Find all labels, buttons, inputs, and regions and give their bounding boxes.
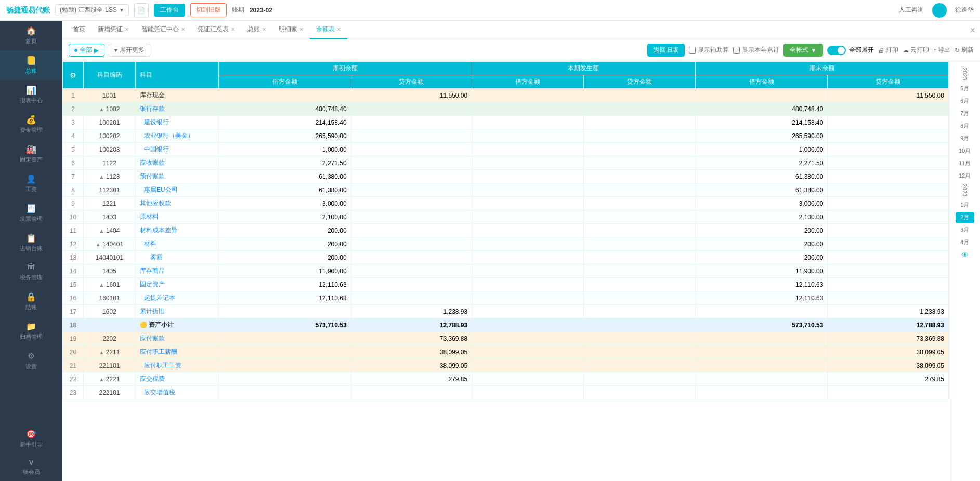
cell-name[interactable]: 库存商品	[136, 264, 219, 278]
ledger-icon: 📒	[26, 56, 36, 65]
cell-name[interactable]: 雾霾	[136, 251, 219, 264]
cell-name[interactable]: 银行存款	[136, 102, 219, 116]
sidebar-item-archive[interactable]: 📁 归档管理	[0, 316, 62, 346]
month-11[interactable]: 11月	[956, 157, 974, 169]
company-name: (勉励) 江西股全-LSS	[60, 6, 117, 15]
month-12[interactable]: 12月	[956, 170, 974, 181]
month-3[interactable]: 3月	[956, 224, 974, 236]
cell-code: 100202	[84, 129, 136, 143]
sidebar-item-invoice[interactable]: 🧾 发票管理	[0, 198, 62, 228]
cell-name[interactable]: 应交税费	[136, 372, 219, 386]
cell-code: ▲ 140401	[84, 237, 136, 251]
cell-name[interactable]: 农业银行（美金）	[136, 129, 219, 143]
cell-name[interactable]: 中国银行	[136, 143, 219, 156]
cell-name[interactable]: 起提差记本	[136, 291, 219, 305]
sidebar-item-guide[interactable]: 🎯 新手引导	[0, 424, 62, 453]
month-10[interactable]: 10月	[956, 145, 974, 156]
cell-opening-credit: 73,369.88	[351, 332, 472, 345]
tab-ledger-close[interactable]: ✕	[262, 26, 266, 32]
tab-home[interactable]: 首页	[67, 21, 92, 39]
cell-name[interactable]: 累计折旧	[136, 305, 219, 318]
tab-detail-ledger-label: 明细账	[279, 25, 297, 34]
cell-current-credit	[583, 183, 695, 197]
sidebar-item-tax[interactable]: 🏛 税务管理	[0, 258, 62, 287]
full-form-button[interactable]: 全帐式 ▼	[783, 44, 823, 57]
tab-ledger[interactable]: 总账 ✕	[241, 21, 272, 39]
cell-opening-debit	[219, 305, 351, 318]
consultant-label[interactable]: 人工咨询	[899, 6, 924, 15]
sidebar-item-assets[interactable]: 💰 资金管理	[0, 110, 62, 139]
show-ytd-checkbox[interactable]: 显示本年累计	[733, 46, 779, 55]
tab-smart-center-close[interactable]: ✕	[181, 26, 185, 32]
print-button[interactable]: 🖨 打印	[878, 46, 898, 55]
cell-code: 160101	[84, 291, 136, 305]
show-aux-checkbox[interactable]: 显示辅助算	[689, 46, 729, 55]
return-old-version-button[interactable]: 返回旧版	[647, 44, 685, 57]
tab-add-voucher[interactable]: 新增凭证 ✕	[92, 21, 135, 39]
all-filter-button[interactable]: 全部 ▶	[69, 44, 104, 57]
table-row: 20 ▲ 2211 应付职工薪酬 38,099.05 38,099.05	[63, 345, 949, 359]
user-avatar[interactable]	[932, 3, 947, 18]
sidebar-item-close[interactable]: 🔒 结账	[0, 287, 62, 316]
workbench-button[interactable]: 工作台	[154, 4, 185, 17]
sidebar-item-home[interactable]: 🏠 首页	[0, 21, 62, 50]
cell-name[interactable]: 固定资产	[136, 278, 219, 291]
expand-all-toggle[interactable]: 全部展开	[827, 46, 874, 55]
cell-name[interactable]: 其他应收款	[136, 197, 219, 210]
table-right-wrapper: ⚙ 科目编码 科目 期初余额 本期发生额 期末余额 借方金额 贷方金额 借方金额…	[62, 61, 980, 481]
cell-name[interactable]: 应收账款	[136, 156, 219, 170]
cell-name[interactable]: 惠属EU公司	[136, 183, 219, 197]
cell-name[interactable]: 应付职工工资	[136, 359, 219, 372]
cell-current-debit	[472, 102, 584, 116]
cell-name[interactable]: 材料成本差异	[136, 224, 219, 237]
refresh-button[interactable]: ↻ 刷新	[955, 46, 974, 55]
sidebar-item-fixed-assets[interactable]: 🏭 固定资产	[0, 139, 62, 169]
guide-icon: 🎯	[26, 429, 36, 439]
tab-add-voucher-close[interactable]: ✕	[125, 26, 129, 32]
sidebar-item-member[interactable]: V 畅会员	[0, 453, 62, 481]
cloud-print-button[interactable]: ☁ 云打印	[903, 46, 929, 55]
export-button[interactable]: ↑ 导出	[933, 46, 950, 55]
sidebar-item-sales[interactable]: 📋 进销台账	[0, 228, 62, 258]
tab-detail-ledger[interactable]: 明细账 ✕	[272, 21, 310, 39]
cell-current-credit	[583, 278, 695, 291]
tab-balance-sheet[interactable]: 余额表 ✕	[310, 21, 347, 39]
show-ytd-input[interactable]	[733, 47, 740, 54]
cell-opening-credit: 38,099.05	[351, 345, 472, 359]
tab-smart-center[interactable]: 智能凭证中心 ✕	[135, 21, 191, 39]
close-all-tabs-button[interactable]: ✕	[970, 26, 976, 34]
sidebar-item-hr[interactable]: 👤 工资	[0, 169, 62, 198]
month-6[interactable]: 6月	[956, 95, 974, 106]
cell-opening-debit: 61,380.00	[219, 183, 351, 197]
cell-name[interactable]: 应付职工薪酬	[136, 345, 219, 359]
tab-detail-ledger-close[interactable]: ✕	[299, 26, 304, 32]
company-selector[interactable]: (勉励) 江西股全-LSS ▼	[55, 4, 129, 16]
sidebar-item-settings[interactable]: ⚙ 设置	[0, 346, 62, 376]
month-8[interactable]: 8月	[956, 120, 974, 131]
month-5[interactable]: 5月	[956, 83, 974, 94]
table-row: 6 1122 应收账款 2,271.50 2,271.50	[63, 156, 949, 170]
cell-name[interactable]: 建设银行	[136, 116, 219, 129]
sidebar-item-ledger[interactable]: 📒 总账	[0, 50, 62, 80]
voucher-icon-btn[interactable]: 📄	[134, 3, 149, 18]
sidebar-label-ledger: 总账	[25, 67, 37, 75]
eye-icon[interactable]: 👁	[961, 251, 969, 259]
month-2[interactable]: 2月	[956, 212, 974, 223]
switch-version-button[interactable]: 切到旧版	[190, 3, 227, 17]
cell-name[interactable]: 预付账款	[136, 170, 219, 183]
expand-more-button[interactable]: ▾ 展开更多	[109, 44, 150, 57]
cell-name[interactable]: 原材料	[136, 210, 219, 224]
month-1[interactable]: 1月	[956, 199, 974, 211]
month-7[interactable]: 7月	[956, 108, 974, 119]
cell-name[interactable]: 材料	[136, 237, 219, 251]
sidebar-item-reports[interactable]: 📊 报表中心	[0, 80, 62, 110]
tab-balance-sheet-close[interactable]: ✕	[337, 26, 341, 32]
month-9[interactable]: 9月	[956, 132, 974, 144]
toggle-track[interactable]	[827, 46, 846, 55]
tab-voucher-summary-close[interactable]: ✕	[231, 26, 235, 32]
month-4[interactable]: 4月	[956, 237, 974, 248]
cell-name[interactable]: 应交增值税	[136, 386, 219, 399]
cell-name[interactable]: 应付账款	[136, 332, 219, 345]
show-aux-input[interactable]	[689, 47, 696, 54]
tab-voucher-summary[interactable]: 凭证汇总表 ✕	[191, 21, 241, 39]
